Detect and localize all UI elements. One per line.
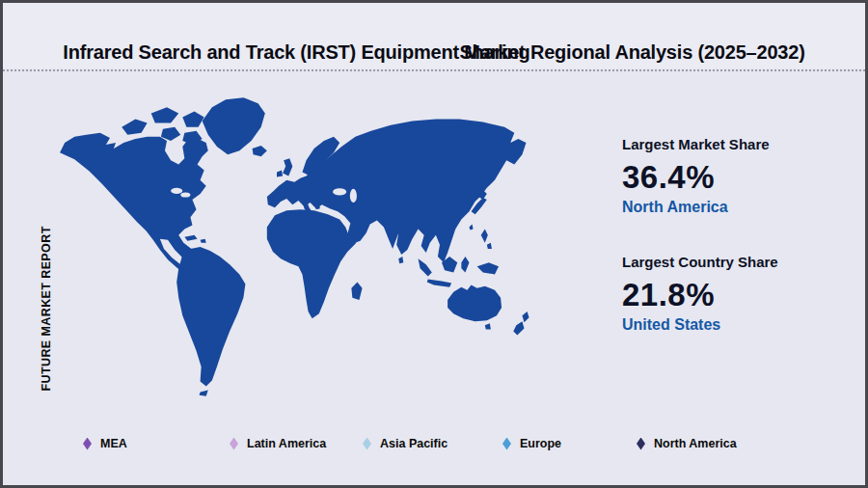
map-black-sea	[333, 188, 346, 195]
map-indonesia	[419, 257, 499, 287]
map-great-lakes	[171, 188, 182, 194]
diamond-marker-icon	[363, 438, 371, 450]
map-south-america	[176, 247, 245, 396]
stat-value: 36.4%	[622, 159, 863, 196]
infographic-canvas: Infrared Search and Track (IRST) Equipme…	[0, 0, 868, 488]
legend-label: Asia Pacific	[380, 437, 448, 450]
map-great-lakes-2	[180, 192, 190, 197]
diamond-marker-icon	[83, 438, 92, 450]
legend-item-asia-pacific: Asia Pacific	[363, 436, 448, 451]
title-suffix: Regional Analysis (2025–2032)	[530, 41, 805, 63]
world-map	[57, 90, 607, 414]
map-sri-lanka	[398, 257, 403, 263]
legend-label: MEA	[100, 437, 127, 450]
map-africa	[267, 209, 357, 318]
legend-label: Latin America	[247, 437, 326, 450]
diamond-marker-icon	[502, 438, 511, 450]
map-greenland	[203, 97, 265, 154]
map-madagascar	[351, 283, 362, 300]
map-australia	[448, 285, 502, 330]
legend: MEA Latin America Asia Pacific Europe No…	[3, 436, 865, 453]
stat-largest-country-share: Largest Country Share 21.8% United State…	[622, 254, 863, 334]
stat-label: Largest Market Share	[622, 136, 863, 152]
title-prefix: Infrared Search and Track (IRST) Equipme…	[63, 41, 459, 63]
title-word-sharing: Sharing	[459, 41, 529, 64]
legend-label: Europe	[520, 437, 561, 450]
map-caspian-sea	[350, 189, 357, 203]
brand-vertical-text: FUTURE MARKET REPORT	[40, 228, 54, 392]
legend-item-europe: Europe	[502, 436, 561, 451]
diamond-marker-icon	[230, 438, 238, 450]
map-taiwan	[470, 224, 474, 230]
stat-region: United States	[622, 316, 863, 334]
dotted-divider	[3, 69, 865, 71]
legend-item-mea: MEA	[83, 436, 127, 451]
page-title: Infrared Search and Track (IRST) Equipme…	[3, 41, 865, 64]
map-new-zealand	[513, 312, 529, 335]
stat-value: 21.8%	[622, 277, 863, 313]
legend-label: North America	[654, 437, 737, 450]
map-british-isles	[277, 158, 292, 176]
world-map-svg	[57, 90, 607, 414]
stat-largest-market-share: Largest Market Share 36.4% North America	[622, 136, 863, 216]
title-overlap-words: MarketSharing	[464, 41, 525, 64]
stat-region: North America	[622, 199, 863, 216]
stat-label: Largest Country Share	[622, 254, 863, 270]
diamond-marker-icon	[637, 438, 645, 450]
legend-item-north-america: North America	[637, 436, 737, 451]
map-iceland	[253, 146, 267, 156]
map-philippines	[481, 230, 492, 249]
map-caribbean	[184, 235, 205, 243]
legend-item-latin-america: Latin America	[230, 436, 326, 451]
